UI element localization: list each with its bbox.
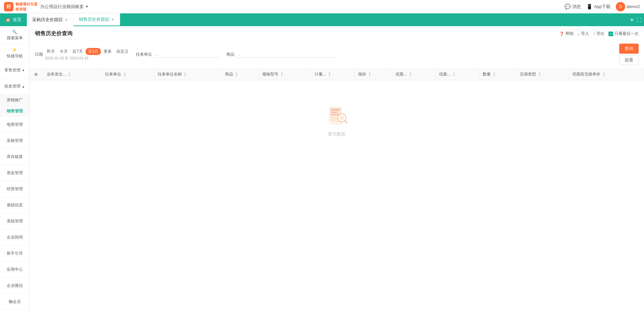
th-price[interactable]: 报价 ▲▼ [355, 69, 392, 80]
sort-icons-unit: ▲▼ [328, 72, 331, 77]
sidebar-item-new-user-guide[interactable]: 新手引导 [0, 246, 29, 262]
page-title: 销售历史价查询 [35, 30, 72, 37]
sidebar-item-quick-nav[interactable]: ⚡ 快捷导航 [0, 44, 29, 62]
th-quantity[interactable]: 数量 ▲▼ [479, 69, 516, 80]
filter-bar: 日期 昨天 今天 近7天 近1月 更多 自定义 2023-02-18 至 202… [30, 40, 644, 69]
search-button[interactable]: 查询 [619, 44, 639, 54]
tab-purchase-history-close[interactable]: ✕ [65, 18, 68, 22]
mobile-icon: 📱 [586, 4, 593, 10]
date-btn-1month[interactable]: 近1月 [86, 48, 101, 55]
sidebar-item-ecommerce[interactable]: 电商管理 [0, 117, 29, 133]
settings-button[interactable]: 设置 [619, 55, 639, 65]
checkbox-area: ✓ 只看最后一次 [608, 31, 639, 37]
product-filter-input[interactable]: ... ··· [236, 51, 337, 58]
product-filter-group: 商品 ... ··· [226, 51, 337, 58]
th-spec[interactable]: 规格型号 ▲▼ [259, 69, 311, 80]
sidebar-item-purchase[interactable]: 采购管理 [0, 133, 29, 149]
tab-sales-history[interactable]: 销售历史价跟踪 ✕ [73, 13, 120, 26]
th-trade-type[interactable]: 交易类型 ▲▼ [517, 69, 569, 80]
th-product[interactable]: 商品 ▲▼ [221, 69, 259, 80]
logo-text: 畅捷通好生意 标准版 [15, 2, 38, 11]
sidebar-item-finance[interactable]: 资金管理 [0, 165, 29, 181]
tab-purchase-history[interactable]: 采购历史价跟踪 ✕ [27, 13, 73, 26]
date-btn-7days[interactable]: 近7天 [70, 48, 85, 55]
home-icon: 🏠 [5, 17, 11, 22]
sort-icons-product: ▲▼ [235, 72, 238, 77]
th-discount2[interactable]: 优惠... ▲▼ [436, 69, 479, 80]
sidebar-item-search-menu[interactable]: 🔍 搜索菜单 [0, 26, 29, 44]
partner-input-icon: ··· [216, 52, 220, 57]
partner-filter-input[interactable]: ... ··· [154, 51, 221, 58]
sidebar-item-membership[interactable]: 畅会员 [0, 294, 29, 310]
tab-controls: ✕ ⛶ [627, 13, 644, 26]
sidebar-item-retail-mgmt[interactable]: 零售管理 ▼ [0, 62, 29, 79]
date-btn-more[interactable]: 更多 [102, 48, 114, 55]
user-action[interactable]: D demo2 [616, 2, 640, 11]
sidebar-item-enterprise-collab[interactable]: 企业协同 [0, 229, 29, 246]
sidebar-item-inventory[interactable]: 库存核算 [0, 149, 29, 165]
tab-home[interactable]: 🏠 首页 [0, 13, 27, 26]
tab-spacer [120, 13, 627, 26]
date-range-text: 2023-02-18 至 2023-03-18 [45, 56, 130, 61]
sidebar-item-operations[interactable]: 经营管理 [0, 181, 29, 197]
sidebar-item-enterprise-wechat[interactable]: 企业微信 [0, 278, 29, 294]
close-tab-control[interactable]: ✕ [630, 17, 634, 22]
message-icon: 💬 [565, 4, 571, 10]
sort-icons-discount1: ▲▼ [409, 72, 412, 77]
th-gear[interactable]: ⚙ [30, 69, 43, 80]
tab-sales-history-close[interactable]: ✕ [111, 18, 114, 21]
sort-icons-discount2: ▲▼ [452, 72, 455, 77]
avatar: D [616, 2, 625, 11]
data-table: ⚙ 业务发生... ▲▼ 往来单位 ▲▼ 往来单位名称 [30, 69, 644, 80]
product-input-placeholder: ... [238, 52, 331, 57]
empty-text: 暂无数据 [328, 131, 345, 137]
svg-rect-4 [331, 114, 339, 115]
page: 销售历史价查询 ❓ 帮助 ↓ 导入 ↑ 导出 ✓ [30, 26, 644, 310]
date-btn-yesterday[interactable]: 昨天 [45, 48, 57, 55]
chevron-up-icon: ▲ [22, 85, 25, 88]
top-bar-right: 💬 消息 📱 App下载 D demo2 [565, 2, 640, 11]
partner-filter-group: 往来单位 ... ··· [136, 51, 221, 58]
maximize-tab-control[interactable]: ⛶ [637, 17, 641, 22]
partner-input-placeholder: ... [155, 52, 215, 57]
sort-icons-biz-date: ▲▼ [68, 72, 71, 77]
table-header-row: ⚙ 业务发生... ▲▼ 往来单位 ▲▼ 往来单位名称 [30, 69, 644, 80]
th-partner-code[interactable]: 往来单位 ▲▼ [102, 69, 154, 80]
sort-icons-no-tax-price: ▲▼ [603, 72, 605, 77]
sidebar-item-marketing[interactable]: 营销推广 [0, 95, 29, 106]
import-button[interactable]: ↓ 导入 [578, 31, 589, 37]
svg-point-6 [339, 115, 344, 120]
th-no-tax-price[interactable]: 优惠前无税单价 ▲▼ [569, 69, 644, 80]
sort-icons-trade-type: ▲▼ [538, 72, 541, 77]
logo-icon: 好 [4, 2, 13, 11]
th-discount1[interactable]: 优惠... ▲▼ [392, 69, 436, 80]
date-btn-custom[interactable]: 自定义 [114, 48, 130, 55]
th-biz-date[interactable]: 业务发生... ▲▼ [43, 69, 102, 80]
only-last-checkbox[interactable]: ✓ [608, 32, 613, 36]
help-button[interactable]: ❓ 帮助 [559, 31, 574, 37]
product-filter-label: 商品 [226, 52, 234, 57]
sidebar-item-basic-info[interactable]: 基础信息 [0, 197, 29, 213]
help-icon: ❓ [559, 32, 564, 36]
table-container: ⚙ 业务发生... ▲▼ 往来单位 ▲▼ 往来单位名称 [30, 69, 644, 310]
svg-line-7 [345, 121, 347, 123]
sort-icons-price: ▲▼ [368, 72, 371, 77]
th-unit[interactable]: 计量... ▲▼ [311, 69, 355, 80]
workspace-selector[interactable]: 办公用品行业模拟账套 ▼ [40, 4, 89, 10]
chevron-down-icon: ▼ [85, 5, 89, 8]
top-bar: 好 畅捷通好生意 标准版 办公用品行业模拟账套 ▼ 💬 消息 📱 App下载 D… [0, 0, 644, 13]
sidebar-item-sales-mgmt[interactable]: 销售管理 [0, 106, 29, 117]
date-btn-today[interactable]: 今天 [58, 48, 70, 55]
sort-icons-partner-name: ▲▼ [184, 72, 186, 77]
message-action[interactable]: 💬 消息 [565, 4, 581, 10]
export-button[interactable]: ↑ 导出 [593, 31, 604, 37]
sidebar-item-app-center[interactable]: 应用中心 [0, 262, 29, 278]
th-partner-name[interactable]: 往来单位名称 ▲▼ [154, 69, 221, 80]
product-input-icon: ··· [332, 52, 336, 57]
sidebar-item-wholesale-mgmt[interactable]: 批发管理 ▲ [0, 79, 29, 95]
sort-icons-quantity: ▲▼ [493, 72, 495, 77]
quick-nav-icon: ⚡ [12, 48, 17, 52]
sidebar-item-system[interactable]: 系统管理 [0, 213, 29, 229]
app-download-action[interactable]: 📱 App下载 [586, 4, 610, 10]
filter-buttons: 查询 设置 [619, 44, 639, 65]
